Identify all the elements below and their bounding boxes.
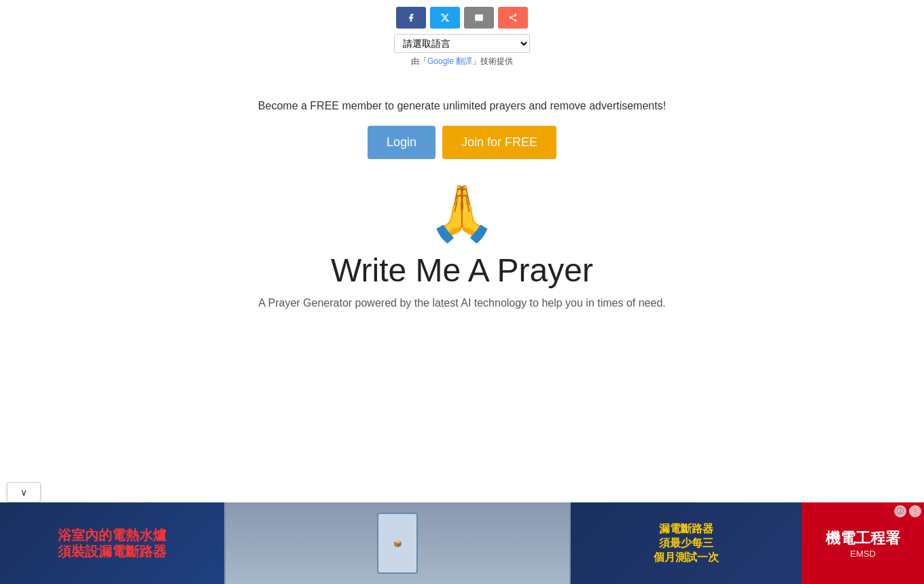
- promo-text: Become a FREE member to generate unlimit…: [258, 100, 666, 112]
- google-translate-credit: 由「Google 翻譯」技術提供: [411, 56, 513, 67]
- svg-point-1: [510, 16, 512, 19]
- ad-info-icons: ⓘ ⋮: [894, 505, 921, 517]
- ad-brand-abbr: EMSD: [850, 549, 876, 559]
- action-buttons: Login Join for FREE: [368, 126, 556, 159]
- ad-brand-text: 機電工程署: [825, 528, 900, 549]
- chevron-down-icon: ∨: [20, 487, 27, 498]
- main-content: Become a FREE member to generate unlimit…: [0, 73, 924, 337]
- site-title: Write Me A Prayer: [331, 252, 593, 289]
- prayer-emoji: 🙏: [428, 186, 496, 241]
- google-brand: Google 翻譯: [427, 56, 472, 66]
- ad-container: 浴室內的電熱水爐 須裝設漏電斷路器 📦 漏電斷路器 須最少每三 個月測試一次 機…: [0, 502, 924, 584]
- svg-line-4: [512, 16, 514, 17]
- credit-prefix: 由「: [411, 56, 427, 66]
- twitter-share-button[interactable]: [430, 7, 460, 29]
- facebook-share-button[interactable]: [396, 7, 426, 29]
- credit-suffix: 」技術提供: [472, 56, 513, 66]
- language-selector-wrap: 請選取語言 English 繁體中文 简体中文 日本語 한국어 Español …: [394, 34, 530, 67]
- site-subtitle: A Prayer Generator powered by the latest…: [258, 297, 665, 309]
- join-button[interactable]: Join for FREE: [442, 126, 556, 159]
- svg-point-0: [514, 14, 517, 16]
- ad-segment-1: 浴室內的電熱水爐 須裝設漏電斷路器: [0, 502, 224, 584]
- collapse-button[interactable]: ∨: [7, 482, 41, 502]
- social-share-buttons: [396, 7, 528, 29]
- ad-info-icon[interactable]: ⓘ: [894, 505, 906, 517]
- svg-point-2: [514, 19, 517, 22]
- language-select[interactable]: 請選取語言 English 繁體中文 简体中文 日本語 한국어 Español …: [394, 34, 530, 53]
- ad-segment-3: 漏電斷路器 須最少每三 個月測試一次: [571, 502, 802, 584]
- ad-segment-2: 📦: [224, 502, 571, 584]
- bottom-advertisement: 浴室內的電熱水爐 須裝設漏電斷路器 📦 漏電斷路器 須最少每三 個月測試一次 機…: [0, 502, 924, 584]
- top-bar: 請選取語言 English 繁體中文 简体中文 日本語 한국어 Español …: [0, 0, 924, 73]
- sharethis-button[interactable]: [498, 7, 528, 29]
- svg-line-3: [512, 18, 514, 20]
- login-button[interactable]: Login: [368, 126, 436, 159]
- ad-seg1-text: 浴室內的電熱水爐 須裝設漏電斷路器: [58, 527, 166, 560]
- ad-seg3-text: 漏電斷路器 須最少每三 個月測試一次: [654, 522, 719, 565]
- ad-more-icon[interactable]: ⋮: [909, 505, 921, 517]
- email-share-button[interactable]: [464, 7, 494, 29]
